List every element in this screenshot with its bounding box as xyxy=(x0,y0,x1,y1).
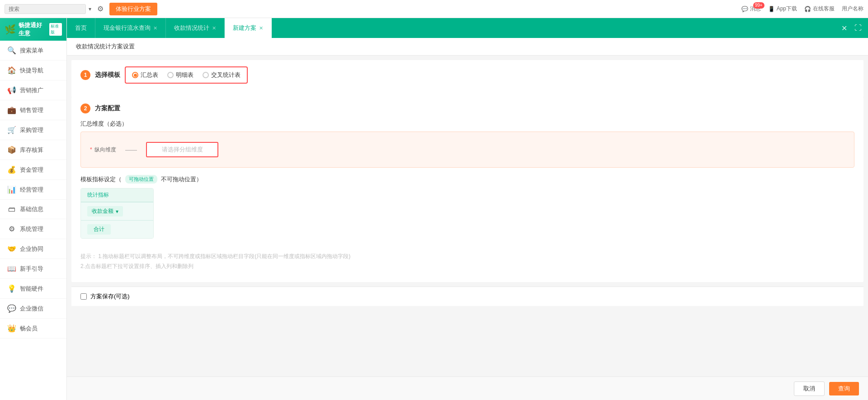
sidebar-item-label: 企业协同 xyxy=(20,245,43,253)
sidebar-item-member[interactable]: 👑 畅会员 xyxy=(0,319,66,339)
sidebar-item-search[interactable]: 🔍 搜索菜单 xyxy=(0,41,66,61)
tips-section: 提示： 1.拖动标题栏可以调整布局，不可跨维度或指标区域拖动栏目字段(只能在同一… xyxy=(80,247,854,276)
user-info[interactable]: 用户名称 xyxy=(842,5,863,13)
radio-cross-label: 交叉统计表 xyxy=(211,71,241,79)
metrics-tag-amount[interactable]: 收款金额 ▾ xyxy=(87,206,123,216)
download-icon: 📱 xyxy=(768,6,775,12)
sidebar-item-label: 畅会员 xyxy=(20,325,38,333)
finance-icon: 💰 xyxy=(7,165,16,174)
service-icon: 🎧 xyxy=(804,6,811,12)
step1-label: 选择模板 xyxy=(95,71,120,79)
sidebar-item-guide[interactable]: 📖 新手引导 xyxy=(0,259,66,279)
metrics-tag-amount-label: 收款金额 xyxy=(92,207,113,215)
sidebar-item-marketing[interactable]: 📢 营销推广 xyxy=(0,80,66,100)
sidebar-item-hardware[interactable]: 💡 智能硬件 xyxy=(0,279,66,299)
sidebar-item-sales[interactable]: 💼 销售管理 xyxy=(0,100,66,120)
non-draggable-label: 不可拖动位置） xyxy=(161,175,202,184)
radio-cross-circle xyxy=(203,72,209,78)
metrics-dropdown-icon[interactable]: ▾ xyxy=(116,208,118,215)
tab-bank-flow-close[interactable]: ✕ xyxy=(153,25,157,31)
system-icon: ⚙ xyxy=(7,225,16,233)
sidebar-item-label: 企业微信 xyxy=(20,305,43,313)
sidebar-item-mgmt[interactable]: 📊 经营管理 xyxy=(0,180,66,200)
tab-new-plan-close[interactable]: ✕ xyxy=(259,25,263,31)
save-section: 方案保存(可选) xyxy=(71,287,863,306)
dimension-input-box[interactable]: 请选择分组维度 xyxy=(146,142,218,157)
wechat-icon: 💬 xyxy=(7,304,16,313)
sidebar-item-finance[interactable]: 💰 资金管理 xyxy=(0,160,66,180)
marketing-icon: 📢 xyxy=(7,86,16,94)
config-section: 2 方案配置 汇总维度（必选） * 纵向维度 —— xyxy=(71,97,863,282)
guide-icon: 📖 xyxy=(7,264,16,273)
metrics-hint-row: 模板指标设定（ 可拖动位置 不可拖动位置） xyxy=(80,175,854,184)
tip-1: 提示： 1.拖动标题栏可以调整布局，不可跨维度或指标区域拖动栏目字段(只能在同一… xyxy=(80,252,854,262)
logo-badge: 标准版 xyxy=(49,23,62,36)
tab-new-plan[interactable]: 新建方案 ✕ xyxy=(225,18,272,38)
dropdown-arrow-icon[interactable]: ▾ xyxy=(89,6,91,12)
radio-summary-inner xyxy=(134,74,137,77)
tab-home[interactable]: 首页 xyxy=(67,18,95,38)
tab-close-icon[interactable]: ✕ xyxy=(840,22,849,34)
draggable-badge: 可拖动位置 xyxy=(125,175,157,184)
cancel-button[interactable]: 取消 xyxy=(794,381,825,396)
message-badge: 99+ xyxy=(753,2,764,9)
logo-icon: 🌿 xyxy=(5,24,16,35)
sidebar-item-nav[interactable]: 🏠 快捷导航 xyxy=(0,61,66,80)
logo-area: 🌿 畅捷通好生意 标准版 xyxy=(0,18,66,41)
save-checkbox[interactable] xyxy=(80,293,87,300)
sidebar-item-label: 经营管理 xyxy=(20,186,43,194)
sidebar-item-label: 销售管理 xyxy=(20,106,43,114)
query-button[interactable]: 查询 xyxy=(829,382,859,395)
radio-detail-circle xyxy=(167,72,174,78)
radio-detail-label: 明细表 xyxy=(176,71,193,79)
metrics-section: 模板指标设定（ 可拖动位置 不可拖动位置） 统计指标 收款金额 ▾ xyxy=(80,175,854,240)
metrics-header: 统计指标 xyxy=(81,188,153,202)
metrics-row-tag2: 合计 xyxy=(81,220,153,238)
sidebar-item-system[interactable]: ⚙ 系统管理 xyxy=(0,219,66,239)
dimension-section: 汇总维度（必选） * 纵向维度 —— 请选择分组维度 xyxy=(80,120,854,168)
download-label: App下载 xyxy=(777,5,797,13)
template-options: 汇总表 明细表 交叉统计表 xyxy=(125,66,248,84)
message-btn[interactable]: 💬 消息 99+ xyxy=(741,5,761,13)
radio-cross[interactable]: 交叉统计表 xyxy=(203,71,241,79)
gear-icon[interactable]: ⚙ xyxy=(94,3,107,15)
message-icon: 💬 xyxy=(741,6,748,12)
radio-summary-circle xyxy=(132,72,138,78)
sidebar-item-wechat[interactable]: 💬 企业微信 xyxy=(0,299,66,319)
inventory-icon: 📦 xyxy=(7,146,16,154)
search-input[interactable] xyxy=(5,4,86,14)
sidebar-item-basic[interactable]: 🗃 基础信息 xyxy=(0,200,66,219)
tab-bank-flow[interactable]: 现金银行流水查询 ✕ xyxy=(95,18,166,38)
tab-receipts[interactable]: 收款情况统计 ✕ xyxy=(166,18,225,38)
sidebar-item-purchase[interactable]: 🛒 采购管理 xyxy=(0,120,66,140)
metrics-label: 模板指标设定（ xyxy=(80,175,122,184)
sidebar-item-label: 新手引导 xyxy=(20,265,43,273)
tab-new-plan-label: 新建方案 xyxy=(233,24,256,32)
tab-receipts-close[interactable]: ✕ xyxy=(212,25,216,31)
sidebar-item-label: 营销推广 xyxy=(20,86,43,94)
sidebar-item-label: 库存核算 xyxy=(20,146,43,154)
service-link[interactable]: 🎧 在线客服 xyxy=(804,5,835,13)
arrow-icon: —— xyxy=(125,146,137,153)
sidebar-item-inventory[interactable]: 📦 库存核算 xyxy=(0,140,66,160)
basic-icon: 🗃 xyxy=(7,205,16,213)
industry-btn[interactable]: 体验行业方案 xyxy=(109,3,157,15)
step1-number: 1 xyxy=(80,70,90,80)
download-link[interactable]: 📱 App下载 xyxy=(768,5,797,13)
mgmt-icon: 📊 xyxy=(7,185,16,194)
page-header: 收款情况统计方案设置 xyxy=(67,38,868,56)
step2-label: 方案配置 xyxy=(95,104,120,113)
content-area: 首页 现金银行流水查询 ✕ 收款情况统计 ✕ 新建方案 ✕ ✕ ⛶ xyxy=(67,18,868,400)
tab-expand-icon[interactable]: ⛶ xyxy=(853,22,863,34)
metrics-subtag-total[interactable]: 合计 xyxy=(87,224,111,235)
tab-bank-flow-label: 现金银行流水查询 xyxy=(104,24,151,32)
radio-summary-label: 汇总表 xyxy=(141,71,158,79)
dimension-label: 汇总维度（必选） xyxy=(80,120,854,128)
sidebar-item-label: 基础信息 xyxy=(20,205,43,213)
vertical-dimension-label: * 纵向维度 xyxy=(90,146,116,154)
sidebar-item-collab[interactable]: 🤝 企业协同 xyxy=(0,239,66,259)
radio-summary[interactable]: 汇总表 xyxy=(132,71,158,79)
radio-detail[interactable]: 明细表 xyxy=(167,71,193,79)
page-title: 收款情况统计方案设置 xyxy=(76,43,135,50)
sidebar-item-label: 快捷导航 xyxy=(20,66,43,75)
